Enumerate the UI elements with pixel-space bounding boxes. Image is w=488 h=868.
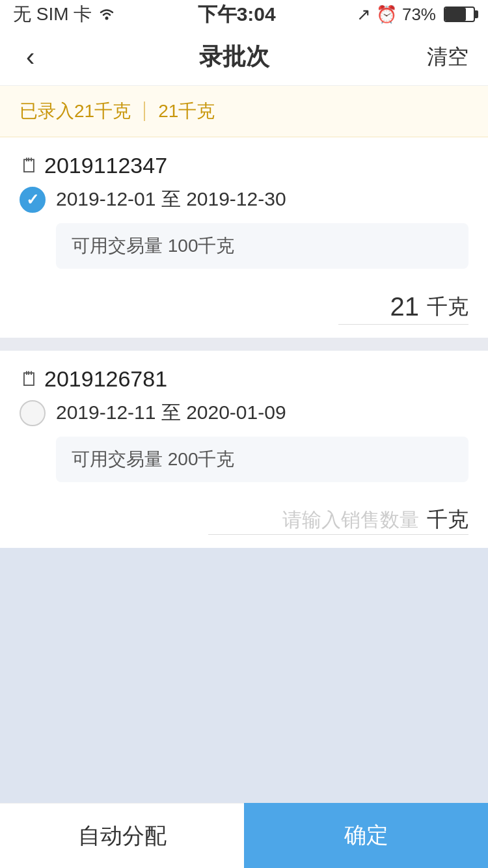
batch-1-id: 2019112347 [44, 153, 167, 178]
bottom-bar: 自动分配 确定 [0, 803, 488, 868]
status-bar: 无 SIM 卡 下午3:04 ↗ ⏰ 73% [0, 0, 488, 29]
location-icon: ↗ [357, 5, 371, 25]
batch-2-input-row: 千克 [0, 493, 488, 548]
section-separator-1 [0, 338, 488, 351]
batch-1-amount-row: 千克 [0, 279, 488, 338]
batch-2-content: 🗒 2019126781 2019-12-11 至 2020-01-09 可用交… [0, 351, 488, 493]
summary-amount: 21千克 [158, 99, 215, 124]
alarm-icon: ⏰ [376, 5, 397, 25]
batch-2-id-row: 🗒 2019126781 [20, 366, 468, 392]
doc-icon-1: 🗒 [20, 155, 39, 177]
batch-1-id-row: 🗒 2019112347 [20, 153, 468, 178]
wifi-icon [97, 4, 116, 25]
batch-2-avail: 可用交易量 200千克 [56, 437, 468, 482]
battery-icon [444, 7, 475, 22]
amount-display-wrap: 千克 [338, 292, 468, 325]
batch-2-date-row[interactable]: 2019-12-11 至 2020-01-09 [20, 400, 468, 426]
content-area: 🗒 2019112347 2019-12-01 至 2019-12-30 可用交… [0, 137, 488, 847]
batch-1-date-row[interactable]: 2019-12-01 至 2019-12-30 [20, 186, 468, 213]
page-title: 录批次 [199, 41, 269, 73]
batch-1-amount-input[interactable] [341, 292, 419, 321]
empty-area [0, 548, 488, 847]
batch-2-sales-input[interactable] [172, 509, 419, 531]
status-left: 无 SIM 卡 [13, 2, 116, 27]
clear-button[interactable]: 清空 [427, 43, 468, 72]
svg-point-0 [105, 17, 109, 20]
batch-1-unit: 千克 [427, 293, 468, 321]
back-button[interactable]: ‹ [20, 36, 41, 78]
batch-1-radio[interactable] [20, 187, 46, 213]
batch-2-amount-display: 千克 [172, 506, 468, 535]
summary-bar: 已录入21千克 21千克 [0, 86, 488, 137]
battery-pct-text: 73% [402, 5, 436, 25]
batch-item-1: 🗒 2019112347 2019-12-01 至 2019-12-30 可用交… [0, 137, 488, 338]
batch-1-avail: 可用交易量 100千克 [56, 223, 468, 269]
confirm-button[interactable]: 确定 [244, 803, 488, 868]
doc-icon-2: 🗒 [20, 368, 39, 390]
entered-amount-label: 已录入21千克 [20, 99, 131, 124]
summary-divider [144, 102, 145, 121]
no-sim-text: 无 SIM 卡 [13, 2, 92, 27]
auto-distribute-button[interactable]: 自动分配 [0, 803, 244, 868]
batch-2-date: 2019-12-11 至 2020-01-09 [56, 400, 286, 426]
nav-bar: ‹ 录批次 清空 [0, 29, 488, 86]
batch-2-id: 2019126781 [44, 366, 167, 392]
batch-1-content: 🗒 2019112347 2019-12-01 至 2019-12-30 可用交… [0, 137, 488, 279]
batch-2-radio[interactable] [20, 400, 46, 426]
batch-2-unit: 千克 [427, 506, 468, 534]
status-right: ↗ ⏰ 73% [357, 5, 475, 25]
status-time: 下午3:04 [198, 1, 276, 28]
batch-1-date: 2019-12-01 至 2019-12-30 [56, 186, 286, 213]
batch-item-2: 🗒 2019126781 2019-12-11 至 2020-01-09 可用交… [0, 351, 488, 548]
